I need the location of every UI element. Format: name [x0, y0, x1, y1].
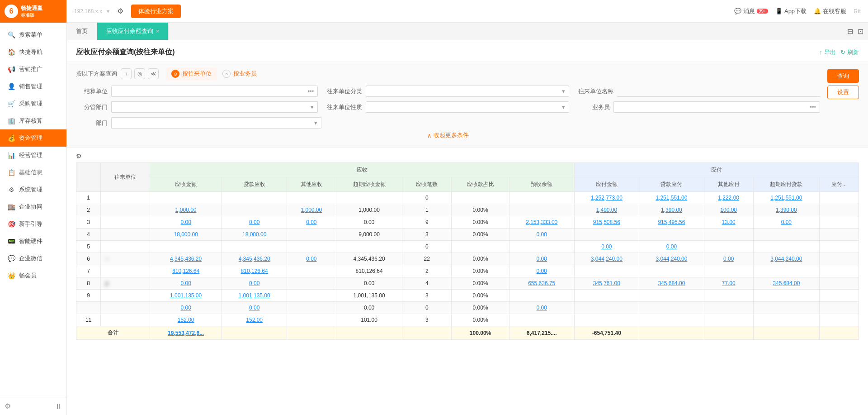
- dept-chevron-icon[interactable]: ▾: [314, 119, 317, 126]
- operation-icon: 📊: [7, 151, 15, 159]
- tab-home[interactable]: 首页: [67, 23, 97, 40]
- footer-ar-total[interactable]: 19,553,472,6...: [150, 326, 222, 340]
- salesman-input[interactable]: •••: [613, 101, 820, 113]
- department-chevron-icon[interactable]: ▾: [311, 104, 314, 110]
- filter-nav-salesman[interactable]: ○ 按业务员: [217, 67, 262, 80]
- sidebar-item-guide[interactable]: 🎯 新手引导: [0, 215, 66, 233]
- sidebar-item-basic[interactable]: 📋 基础信息: [0, 164, 66, 181]
- sidebar-item-wechat[interactable]: 💬 企业微信: [0, 250, 66, 267]
- filter-field-salesman: 业务员 •••: [578, 101, 820, 113]
- sidebar-item-member[interactable]: 👑 畅会员: [0, 267, 66, 284]
- table-row: 8p0.000.000.0040.00%655,636.75345,761.00…: [76, 277, 859, 290]
- topbar-gear-icon[interactable]: ⚙: [114, 5, 127, 18]
- app-download-button[interactable]: 📱 App下载: [775, 7, 807, 15]
- filter-add-icon[interactable]: ＋: [121, 68, 132, 79]
- footer-ar-count: [402, 326, 452, 340]
- th-ar-prepay: 预收余额: [509, 177, 574, 192]
- member-icon: 👑: [7, 272, 15, 280]
- table-row: 6~4,345,436.204,345,436.200.004,345,436.…: [76, 253, 859, 265]
- table-area: ⚙ 往来单位 应收 应付 应收金额 贷款应收 其他应收 超期应收金额: [67, 148, 868, 349]
- department-input[interactable]: ▾: [111, 101, 318, 113]
- wechat-icon: 💬: [7, 254, 15, 262]
- table-toolbar: ⚙: [76, 148, 859, 162]
- collapse-icon: ∧: [427, 132, 432, 139]
- sidebar-item-system[interactable]: ⚙ 系统管理: [0, 181, 66, 198]
- tab-expand-icon[interactable]: ⊡: [858, 27, 863, 36]
- settings-bottom-icon[interactable]: ⚙: [5, 402, 11, 410]
- table-row: 30.000.000.000.0090.00%2,153,333.00915,5…: [76, 216, 859, 229]
- sidebar-item-warehouse[interactable]: 🏢 库存核算: [0, 112, 66, 129]
- collapse-sidebar-icon[interactable]: ⏸: [55, 402, 62, 410]
- sidebar-item-operation[interactable]: 📊 经营管理: [0, 147, 66, 164]
- footer-ap-amount: -654,751.40: [574, 326, 639, 340]
- settlement-dots-icon[interactable]: •••: [308, 88, 314, 95]
- service-icon: 🔔: [814, 8, 821, 14]
- set-button[interactable]: 设置: [827, 86, 859, 99]
- th-ap-other: 其他应付: [704, 177, 753, 192]
- sidebar-bottom: ⚙ ⏸: [0, 397, 66, 415]
- user-name: Rit: [854, 8, 861, 14]
- tab-close-icon[interactable]: ×: [156, 28, 159, 34]
- dept-input[interactable]: ▾: [111, 117, 321, 129]
- sidebar-nav: 🔍 搜索菜单 🏠 快捷导航 📢 营销推广 👤 销售管理 🛒 采购管理 🏢 库存核…: [0, 23, 66, 397]
- sidebar-item-quicknav[interactable]: 🏠 快捷导航: [0, 43, 66, 61]
- system-icon: ⚙: [7, 186, 15, 194]
- partner-nav-icon: ⊙: [171, 70, 179, 78]
- enterprise-icon: 🏬: [7, 203, 15, 211]
- table-row: 101,252,773.001,251,551.001,222.001,251,…: [76, 192, 859, 204]
- filter-field-partner-name: 往来单位名称: [578, 86, 820, 97]
- partner-type-chevron-icon[interactable]: ▾: [562, 88, 565, 95]
- filter-field-settlement: 结算单位 •••: [76, 86, 318, 97]
- table-row: 418,000.0018,000.009,000.0030.00%0.00: [76, 229, 859, 241]
- tab-ar-balance[interactable]: 应收应付余额查询 ×: [97, 23, 169, 40]
- message-icon: 💬: [734, 8, 741, 14]
- th-ar-other: 其他应收: [287, 177, 336, 192]
- table-settings-icon[interactable]: ⚙: [76, 153, 82, 160]
- export-button[interactable]: ↑ 导出: [820, 48, 836, 57]
- service-button[interactable]: 🔔 在线客服: [814, 7, 846, 15]
- th-partner: 往来单位: [101, 163, 150, 192]
- partner-nature-input[interactable]: ▾: [366, 101, 569, 113]
- partner-name-input[interactable]: [617, 86, 820, 97]
- collapse-button[interactable]: ∧ 收起更多条件: [76, 129, 820, 142]
- sidebar-item-enterprise[interactable]: 🏬 企业协同: [0, 198, 66, 215]
- footer-ap-other: [704, 326, 753, 340]
- footer-ar-prepay: 6,417,215....: [509, 326, 574, 340]
- footer-ar-loan: [222, 326, 287, 340]
- topbar-left: 192.168.x.x ▾ ⚙ 体验行业方案: [74, 5, 181, 18]
- partner-nature-chevron-icon[interactable]: ▾: [562, 104, 565, 110]
- sidebar-item-hardware[interactable]: 📟 智能硬件: [0, 233, 66, 250]
- finance-icon: 💰: [7, 134, 15, 142]
- message-button[interactable]: 💬 消息 99+: [734, 7, 768, 15]
- filter-field-department: 分管部门 ▾: [76, 101, 318, 113]
- sidebar-item-finance[interactable]: 💰 资金管理: [0, 129, 66, 147]
- filter-target-icon[interactable]: ◎: [134, 68, 145, 79]
- filter-bar: 按以下方案查询 ＋ ◎ ≪ ⊙ 按往来单位 ○: [76, 67, 820, 80]
- refresh-button[interactable]: ↻ 刷新: [840, 48, 859, 57]
- th-group-ap: 应付: [574, 163, 859, 177]
- table-row: 21,000.001,000.001,000.0010.00%1,490.001…: [76, 204, 859, 216]
- table-row: 0.000.000.0000.00%0.00: [76, 302, 859, 314]
- partner-type-input[interactable]: ▾: [366, 86, 569, 97]
- salesman-dots-icon[interactable]: •••: [810, 104, 816, 110]
- sidebar-item-purchase[interactable]: 🛒 采购管理: [0, 95, 66, 112]
- tab-minimize-icon[interactable]: ⊟: [847, 27, 853, 36]
- th-group-ar: 应收: [150, 163, 574, 177]
- footer-ap-loan: [639, 326, 704, 340]
- th-ap-loan: 贷款应付: [639, 177, 704, 192]
- sidebar-item-sales[interactable]: 👤 销售管理: [0, 78, 66, 95]
- sidebar-item-search[interactable]: 🔍 搜索菜单: [0, 26, 66, 43]
- page-actions: ↑ 导出 ↻ 刷新: [820, 48, 859, 57]
- purchase-icon: 🛒: [7, 100, 15, 108]
- sidebar-item-marketing[interactable]: 📢 营销推广: [0, 61, 66, 78]
- filter-area: 按以下方案查询 ＋ ◎ ≪ ⊙ 按往来单位 ○: [67, 62, 868, 148]
- marketing-icon: 📢: [7, 65, 15, 73]
- filter-nav-partner[interactable]: ⊙ 按往来单位: [166, 67, 217, 80]
- promo-button[interactable]: 体验行业方案: [131, 5, 181, 18]
- settlement-input[interactable]: •••: [111, 86, 318, 97]
- filter-arrow-icon[interactable]: ≪: [148, 68, 159, 79]
- th-ar-ratio: 应收款占比: [452, 177, 509, 192]
- query-button[interactable]: 查询: [827, 69, 859, 83]
- th-ap-more: 应付...: [820, 177, 859, 192]
- topbar-right: 💬 消息 99+ 📱 App下载 🔔 在线客服 Rit: [734, 7, 861, 15]
